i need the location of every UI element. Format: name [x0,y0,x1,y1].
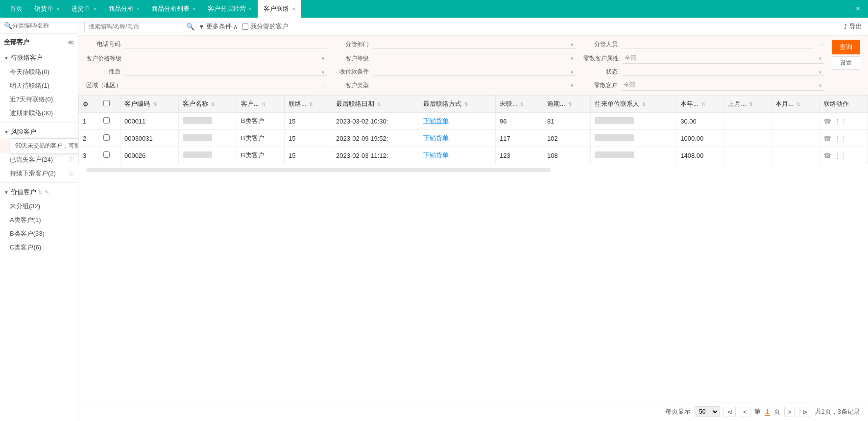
col-code[interactable]: 客户编码 ⇅ [120,96,178,113]
close-customer-layer-tab-icon[interactable]: × [249,6,252,12]
col-last-contact-date[interactable]: 最后联络日期 ⇅ [332,96,419,113]
col-contact[interactable]: 联络... ⇅ [284,96,332,113]
more-conditions-button[interactable]: ▼ 更多条件 ∧ [198,22,238,31]
close-analysis-tab-icon[interactable]: × [137,6,140,12]
close-window-button[interactable]: × [852,4,864,13]
main-search-input[interactable] [84,21,182,32]
more-icon-2[interactable]: ⋮⋮ [834,135,847,142]
row-checkbox-2[interactable] [99,130,120,147]
prev-page-button[interactable]: < [740,407,750,417]
row-last-method-1[interactable]: 下销货单 [419,113,495,130]
sidebar-group-risk-customers[interactable]: ▼ 风险客户 90天未交易的客户，可能有流失风险。 [0,124,78,139]
sidebar-search-area: 🔍 [0,18,78,34]
region-dots-icon[interactable]: ··· [321,82,327,89]
filter-label-nature: 性质 [86,68,121,76]
sidebar-item-class-a[interactable]: A类客户(1) [0,213,78,227]
filter-field-retail-attr: 零散客户属性 全部 ∨ [583,53,824,64]
col-unit-contact[interactable]: 往来单位联系人 ⇅ [591,96,676,113]
last-page-button[interactable]: ⊳ [799,407,811,417]
col-gear[interactable]: ⚙ [79,96,99,113]
col-no-contact[interactable]: 未联... ⇅ [495,96,543,113]
first-page-button[interactable]: ⊲ [723,407,736,417]
sidebar-item-lost-customers[interactable]: 已流失客户(24) ⓘ [0,153,78,167]
row-last-method-3[interactable]: 下销货单 [419,147,495,164]
nav-tab-analysis-list[interactable]: 商品分析列表 × [145,0,201,18]
contact-icon-1[interactable]: ☎ [823,118,831,125]
more-icon-1[interactable]: ⋮⋮ [834,118,847,125]
filter-field-nature: 性质 ∨ [86,68,327,76]
my-customers-checkbox[interactable] [242,24,248,30]
top-nav: 首页 销货单 × 进货单 × 商品分析 × 商品分析列表 × 客户分层经营 × … [0,0,868,18]
filter-field-region: 区域（地区） ··· [86,81,327,90]
payment-select[interactable]: ∨ [373,68,575,76]
sidebar-item-tomorrow-contact[interactable]: 明天待联络(1) [0,79,78,93]
more-icon-3[interactable]: ⋮⋮ [834,152,847,159]
price-level-select[interactable]: ∨ [125,54,327,62]
per-page-select[interactable]: 50 100 200 [695,406,720,417]
col-type[interactable]: 客户... ⇅ [237,96,284,113]
export-button[interactable]: ⤴ 导出 [844,22,862,31]
sidebar-collapse-icon[interactable]: ≪ [67,39,74,46]
nav-tab-home[interactable]: 首页 [4,0,28,18]
nav-tab-purchase[interactable]: 进货单 × [65,0,102,18]
sidebar-group-pending-contact[interactable]: ▼ 待联络客户 [0,50,78,65]
nav-tab-analysis[interactable]: 商品分析 × [102,0,145,18]
row-checkbox-3[interactable] [99,147,120,164]
col-this-month[interactable]: 本月... ⇅ [772,96,819,113]
nature-select[interactable]: ∨ [124,68,327,76]
customer-level-select[interactable]: ∨ [373,54,575,62]
table-row: 3 000026 B类客户 15 2023-02-03 11:12: 下销货单 … [79,147,868,164]
triangle-icon: ▼ [4,55,9,61]
dept-select[interactable]: ∨ [373,41,575,49]
col-last-month[interactable]: 上月... ⇅ [724,96,772,113]
sidebar-item-today-contact[interactable]: 今天待联络(0) [0,65,78,79]
row-last-method-2[interactable]: 下销货单 [419,130,495,147]
nav-tab-sales[interactable]: 销货单 × [28,0,65,18]
filter-label-manager: 分管人员 [583,40,618,49]
close-purchase-tab-icon[interactable]: × [93,6,96,12]
close-analysis-list-tab-icon[interactable]: × [193,6,195,12]
main-search-button[interactable]: 🔍 [186,23,194,30]
sidebar-search-input[interactable] [12,22,78,29]
query-button[interactable]: 查询 [832,40,860,54]
manager-input[interactable] [622,40,813,49]
sidebar-item-class-c[interactable]: C类客户(6) [0,241,78,254]
value-customers-refresh-icon[interactable]: ↻ [38,189,43,196]
my-customers-checkbox-label[interactable]: 我分管的客户 [242,22,289,31]
contact-icon-2[interactable]: ☎ [823,135,831,142]
status-select[interactable]: ∨ [622,68,824,76]
retail-customer-select[interactable]: 全部 ∨ [622,80,824,91]
settings-button[interactable]: 设置 [832,56,860,70]
col-last-contact-method[interactable]: 最后联络方式 ⇅ [419,96,495,113]
close-sales-tab-icon[interactable]: × [56,6,59,12]
row-code-2: 00030031 [120,130,178,147]
sidebar-item-class-b[interactable]: B类客户(33) [0,227,78,241]
table-row: 2 00030031 B类客户 15 2023-02-09 19:52: 下销货… [79,130,868,147]
row-checkbox-1[interactable] [99,113,120,130]
sidebar-item-declining-customers[interactable]: 持续下滑客户(2) ⓘ [0,167,78,180]
sidebar-item-7days-contact[interactable]: 近7天待联络(0) [0,93,78,106]
sidebar-item-overdue-contact[interactable]: 逾期未联络(30) [0,106,78,120]
manager-dots-icon[interactable]: ··· [819,41,824,48]
retail-attr-select[interactable]: 全部 ∨ [623,53,824,64]
row-index-2: 2 [79,130,99,147]
sidebar-item-ungrouped[interactable]: 未分组(32) [0,199,78,213]
select-all-checkbox[interactable] [103,100,110,106]
customer-type-select[interactable]: ∨ [373,81,575,89]
triangle-icon-2: ▼ [4,129,9,135]
region-input[interactable] [125,81,315,90]
customer-table: ⚙ 客户编码 ⇅ 客户名称 ⇅ 客户... ⇅ 联络... ⇅ 最后联络日期 ⇅… [78,95,868,164]
col-overdue[interactable]: 逾期... ⇅ [543,96,591,113]
horizontal-scrollbar[interactable] [86,168,551,172]
col-checkbox[interactable] [99,96,120,113]
sidebar-group-value-customers[interactable]: ▼ 价值客户 ↻ ✎ [0,185,78,199]
value-customers-edit-icon[interactable]: ✎ [45,189,49,196]
nav-tab-customer-layer[interactable]: 客户分层经营 × [202,0,258,18]
col-name[interactable]: 客户名称 ⇅ [178,96,237,113]
contact-icon-3[interactable]: ☎ [823,152,831,159]
close-customer-contact-tab-icon[interactable]: × [292,6,295,12]
col-this-year[interactable]: 本年... ⇅ [676,96,724,113]
next-page-button[interactable]: > [784,407,795,417]
nav-tab-customer-contact[interactable]: 客户联络 × [258,0,301,18]
phone-input[interactable] [124,40,327,49]
